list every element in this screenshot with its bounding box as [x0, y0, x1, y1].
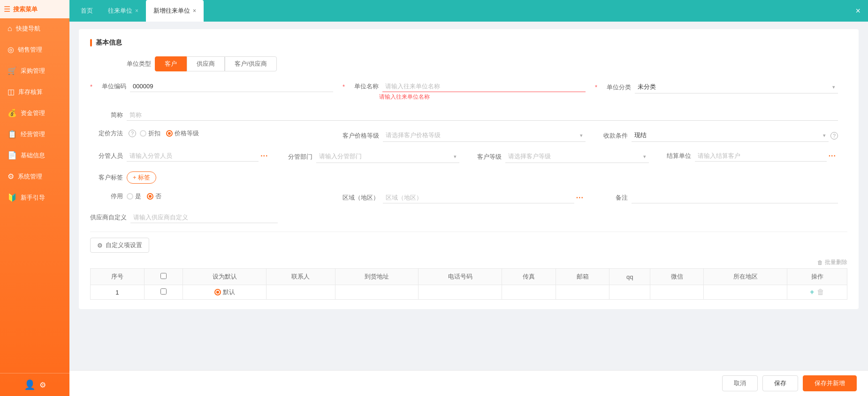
row-add-button[interactable]: +: [810, 288, 814, 296]
tab-partners-close[interactable]: ×: [135, 8, 138, 14]
cancel-button[interactable]: 取消: [722, 375, 758, 391]
sidebar-item-label: 采购管理: [21, 67, 45, 75]
pricing-discount-radio-circle: [140, 130, 146, 137]
save-new-button[interactable]: 保存并新增: [803, 375, 857, 391]
unit-name-required: *: [343, 83, 345, 90]
customer-price-level-field: 客户价格等级 请选择客户价格等级 ▾: [343, 129, 595, 142]
row-address: [335, 285, 419, 300]
unit-name-field: * 单位名称 请输入往来单位名称: [343, 81, 595, 101]
sidebar-item-basic[interactable]: 📄 基础信息: [0, 145, 69, 166]
gear-icon: ⚙: [97, 242, 103, 249]
add-tag-button[interactable]: + 标签: [127, 171, 156, 184]
sidebar-item-finance[interactable]: 💰 资金管理: [0, 102, 69, 124]
sidebar-item-label: 销售管理: [18, 46, 42, 54]
customer-level-select[interactable]: 请选择客户等级 ▾: [505, 150, 649, 163]
dept-label: 分管部门: [280, 153, 312, 161]
search-menu[interactable]: ☰ 搜索菜单: [0, 0, 69, 18]
row-default-radio-circle: [214, 289, 221, 295]
row-select-checkbox[interactable]: [160, 288, 167, 295]
unit-category-arrow-icon: ▾: [832, 84, 835, 90]
customer-price-level-select[interactable]: 请选择客户价格等级 ▾: [383, 129, 586, 142]
sidebar-item-inventory[interactable]: ◫ 库存核算: [0, 81, 69, 102]
user-icon[interactable]: 👤: [24, 379, 36, 390]
form-row-1: * 单位编码 * 单位名称 请输入往来单位名称 * 单位分类: [90, 81, 847, 101]
payment-terms-select[interactable]: 现结 ▾: [632, 129, 829, 142]
sidebar-item-label: 系统管理: [18, 172, 42, 181]
sidebar-item-purchase[interactable]: 🛒 采购管理: [0, 60, 69, 81]
supplier-custom-input[interactable]: [130, 212, 278, 223]
tab-bar: 首页 往来单位 × 新增往来单位 × ×: [69, 0, 868, 22]
form-divider: [90, 232, 847, 232]
unit-category-select[interactable]: 未分类 ▾: [635, 81, 838, 93]
settlement-unit-more-button[interactable]: ···: [827, 152, 838, 160]
payment-terms-help-icon[interactable]: ?: [830, 132, 838, 140]
unit-code-required: *: [90, 83, 92, 90]
custom-settings-button[interactable]: ⚙ 自定义项设置: [90, 238, 149, 253]
save-button[interactable]: 保存: [762, 375, 798, 391]
sidebar-item-guide[interactable]: 🔰 新手引导: [0, 187, 69, 208]
unit-type-both-button[interactable]: 客户/供应商: [225, 56, 277, 71]
unit-code-label: 单位编码: [93, 82, 126, 91]
region-input[interactable]: [383, 192, 574, 203]
sidebar-item-label: 基础信息: [21, 151, 45, 160]
sidebar-item-system[interactable]: ⚙ 系统管理: [0, 166, 69, 187]
batch-delete-area: 🗑 批量删除: [90, 258, 847, 266]
sidebar-item-operations[interactable]: 📋 经营管理: [0, 124, 69, 145]
customer-level-field: 客户等级 请选择客户等级 ▾: [469, 150, 658, 163]
tab-home[interactable]: 首页: [73, 0, 100, 22]
col-checkbox: [144, 269, 183, 285]
row-delete-button[interactable]: 🗑: [817, 288, 824, 296]
pricing-discount-radio[interactable]: 折扣: [140, 129, 160, 138]
settings-icon[interactable]: ⚙: [39, 380, 46, 389]
manager-input[interactable]: [127, 150, 259, 162]
col-phone: 电话号码: [419, 269, 502, 285]
dept-select[interactable]: 请输入分管部门 ▾: [316, 150, 460, 163]
unit-category-value: 未分类: [638, 83, 832, 91]
customer-level-arrow-icon: ▾: [643, 154, 646, 160]
tab-partners[interactable]: 往来单位 ×: [100, 0, 146, 22]
row-default-radio[interactable]: 默认: [188, 288, 261, 296]
pricing-price-level-radio[interactable]: 价格等级: [166, 129, 199, 138]
manager-more-button[interactable]: ···: [259, 152, 270, 160]
notes-input[interactable]: [632, 192, 838, 203]
col-qq: qq: [609, 269, 650, 285]
unit-type-supplier-button[interactable]: 供应商: [187, 56, 225, 71]
row-email: [556, 285, 609, 300]
region-field: 区域（地区） ···: [343, 192, 595, 203]
basic-icon: 📄: [8, 151, 17, 160]
payment-terms-value: 现结: [634, 131, 823, 140]
table-row: 1 默认: [91, 285, 847, 300]
abbr-input[interactable]: [127, 109, 838, 121]
tab-new-partner-close[interactable]: ×: [193, 8, 196, 14]
tab-new-partner[interactable]: 新增往来单位 ×: [146, 0, 204, 22]
pricing-method-help-icon[interactable]: ?: [129, 130, 136, 137]
sidebar-item-quick-nav[interactable]: ⌂ 快捷导航: [0, 18, 69, 39]
disabled-yes-radio[interactable]: 是: [127, 192, 141, 201]
tab-partners-label: 往来单位: [108, 7, 132, 15]
select-all-checkbox[interactable]: [160, 273, 167, 279]
disabled-no-radio[interactable]: 否: [147, 192, 161, 201]
section-title-icon: [90, 39, 92, 47]
col-default: 设为默认: [183, 269, 266, 285]
unit-name-input[interactable]: [382, 81, 586, 92]
window-close-button[interactable]: ×: [852, 6, 864, 16]
sidebar-item-sales[interactable]: ◎ 销售管理: [0, 39, 69, 60]
unit-category-field: * 单位分类 未分类 ▾: [595, 81, 847, 93]
finance-icon: 💰: [8, 109, 17, 117]
section-title: 基本信息: [90, 39, 847, 47]
disabled-field: 停用 是 否: [90, 192, 343, 201]
unit-code-input[interactable]: [130, 81, 333, 92]
settlement-unit-input[interactable]: [695, 150, 827, 162]
unit-type-label: 单位类型: [118, 60, 151, 68]
batch-delete-button[interactable]: 🗑 批量删除: [817, 258, 847, 266]
pricing-price-level-radio-circle: [166, 130, 173, 137]
unit-type-customer-button[interactable]: 客户: [155, 56, 187, 71]
unit-type-row: 单位类型 客户 供应商 客户/供应商: [90, 56, 847, 71]
form-row-3: 定价方法 ? 折扣 价格等级 客户价格等级: [90, 129, 847, 142]
region-more-button[interactable]: ···: [574, 194, 586, 202]
col-action: 操作: [787, 269, 847, 285]
form-row-5: 客户标签 + 标签: [90, 171, 847, 184]
unit-code-field: * 单位编码: [90, 81, 343, 92]
system-icon: ⚙: [8, 172, 14, 181]
manager-label: 分管人员: [90, 152, 123, 160]
